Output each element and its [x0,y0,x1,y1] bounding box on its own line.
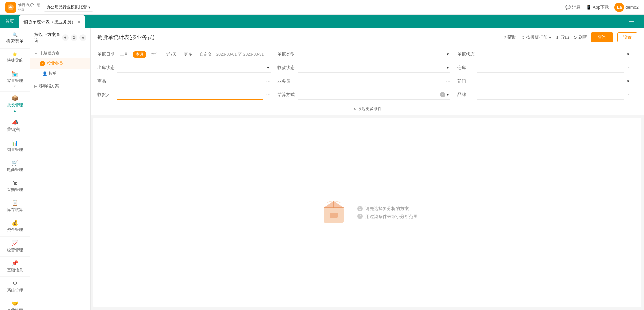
sidebar-item-enterprise[interactable]: 🤝 企业协同 [0,297,30,310]
retail-label: 零售管理 [7,78,23,84]
outbound-select[interactable]: ▾ [117,63,271,73]
tab-active-label: 销货单统计表（按业务员） [23,19,76,25]
schema-settings-button[interactable]: ⚙ [71,34,77,41]
date-tab-more[interactable]: 更多 [181,51,195,58]
sidebar-item-inventory[interactable]: 📋 库存核算 [0,196,30,216]
collapse-label: 收起更多条件 [358,106,382,112]
ecommerce-label: 电商管理 [7,167,23,173]
date-tab-last-month[interactable]: 上月 [117,51,131,58]
operations-icon: 📈 [12,240,18,246]
receiver-input[interactable] [117,90,263,100]
app-download-label: App下载 [593,4,609,10]
salesperson-input[interactable] [297,76,443,86]
export-label: 导出 [560,34,569,40]
app-download-button[interactable]: 📱 App下载 [586,4,609,10]
product-label: 商品 [97,78,114,84]
tab-active[interactable]: 销货单统计表（按业务员） × [19,15,85,29]
query-button[interactable]: 查询 [591,32,613,42]
empty-step2-label: 用过滤条件来缩小分析范围 [365,213,418,220]
ecommerce-icon: 🛒 [12,160,18,166]
account-dropdown[interactable]: 办公用品行业模拟账套 ▾ [44,3,93,12]
payment-method-clear-icon[interactable]: × [440,92,445,97]
schema-subitem-by-order[interactable]: 👤 按单 [30,69,90,79]
sales-label: 销售管理 [7,147,23,153]
brand-dots-icon[interactable]: ··· [626,92,631,98]
message-button[interactable]: 💬 消息 [565,4,581,10]
sidebar-item-wholesale[interactable]: 📦 批发管理 ▲ [0,92,30,116]
sidebar-item-finance[interactable]: 💰 资金管理 [0,216,30,237]
logo-area: 畅捷通好生意 标版 [5,2,40,13]
sidebar-item-purchase[interactable]: 🛍 采购管理 [0,176,30,196]
user-name: demo2 [625,5,639,10]
step2-num-icon: 2 [357,214,363,219]
sidebar-item-basic[interactable]: 📌 基础信息 [0,257,30,277]
sidebar-item-sales[interactable]: 📊 销售管理 [0,136,30,156]
tab-maximize-icon[interactable]: □ [637,18,640,24]
tab-actions: — □ [625,18,644,24]
payment-method-select[interactable]: × ▾ [298,90,451,100]
sidebar-item-operations[interactable]: 📈 经营管理 [0,237,30,257]
mobile-arrow-icon: ▶ [34,84,37,88]
sidebar-item-system[interactable]: ⚙ 系统管理 [0,277,30,297]
sidebar-item-retail[interactable]: 🏪 零售管理 ▼ [0,67,30,92]
settings-button[interactable]: 设置 [617,32,637,42]
refresh-button[interactable]: ↻ 刷新 [573,34,587,40]
sidebar-search-menu[interactable]: 🔍 搜索菜单 [0,28,30,49]
inventory-label: 库存核算 [7,207,23,213]
receiver-dots-icon[interactable]: ··· [266,92,270,98]
header-right: 💬 消息 📱 App下载 Ea demo2 [565,3,639,12]
schema-item-by-salesperson[interactable]: ✓ 按业务员 [30,58,90,69]
warehouse-input[interactable] [477,63,623,73]
product-dots-icon[interactable]: ··· [266,78,270,84]
tab-close-icon[interactable]: × [78,19,80,25]
salesperson-dots-icon[interactable]: ··· [446,78,450,84]
search-icon: 🔍 [12,32,18,37]
settings-icon: ⚙ [72,35,76,40]
user-menu[interactable]: Ea demo2 [614,3,639,12]
schema-desktop-section-title[interactable]: ▼ 电脑端方案 [30,49,90,58]
quick-nav-label: 快捷导航 [7,58,23,63]
doc-status-select[interactable]: ▾ [477,49,631,59]
message-icon: 💬 [565,5,571,10]
department-select[interactable]: ▾ [477,76,631,86]
top-header: 畅捷通好生意 标版 办公用品行业模拟账套 ▾ 💬 消息 📱 App下载 Ea d… [0,0,644,15]
doc-type-select[interactable]: ▾ [298,49,451,59]
schema-panel: 按以下方案查询 + ⚙ « ▼ 电脑端方案 [30,28,91,310]
schema-mobile-section-title[interactable]: ▶ 移动端方案 [30,81,90,91]
basic-label: 基础信息 [7,267,23,273]
tab-minimize-icon[interactable]: — [629,18,634,24]
enterprise-icon: 🤝 [12,300,18,307]
template-print-button[interactable]: 🖨 按模板打印 ▾ [520,34,551,40]
empty-step1-label: 请先选择要分析的方案 [365,205,409,212]
purchase-label: 采购管理 [7,187,23,193]
sidebar-item-marketing[interactable]: 📣 营销推广 [0,116,30,136]
date-tab-custom[interactable]: 自定义 [197,51,214,58]
sidebar-item-ecommerce[interactable]: 🛒 电商管理 [0,156,30,176]
schema-collapse-button[interactable]: « [79,34,86,41]
marketing-icon: 📣 [12,119,18,126]
tab-home[interactable]: 首页 [0,15,19,28]
filter-cell-warehouse: 仓库 ··· [457,63,637,73]
filter-cell-payment-status: 收款状态 ▾ [277,63,458,73]
outbound-label: 出库状态 [97,65,115,71]
empty-state: 1 请先选择要分析的方案 2 用过滤条件来缩小分析范围 [317,196,418,229]
date-tab-this-year[interactable]: 本年 [148,51,162,58]
filter-cell-product: 商品 ··· [97,76,277,86]
schema-add-button[interactable]: + [62,34,69,41]
collapse-button[interactable]: ∧ 收起更多条件 [91,104,644,115]
schema-mobile-section: ▶ 移动端方案 [30,81,90,91]
payment-select[interactable]: ▾ [298,63,451,73]
help-button[interactable]: ? 帮助 [504,34,516,40]
schema-subitem-order-label: 按单 [49,71,57,76]
export-button[interactable]: ⬇ 导出 [555,34,569,40]
warehouse-dots-icon[interactable]: ··· [626,65,631,71]
sidebar-quick-nav[interactable]: ⭐ 快捷导航 [0,49,30,67]
product-input[interactable] [117,76,263,86]
logo-sub-text: 标版 [18,7,40,12]
brand-label: 品牌 [457,92,474,98]
brand-input[interactable] [477,90,623,100]
wholesale-icon: 📦 [12,95,18,101]
desktop-section-label: 电脑端方案 [40,51,60,56]
date-tab-this-month[interactable]: 本月 [133,51,146,58]
date-tab-7days[interactable]: 近7天 [164,51,179,58]
